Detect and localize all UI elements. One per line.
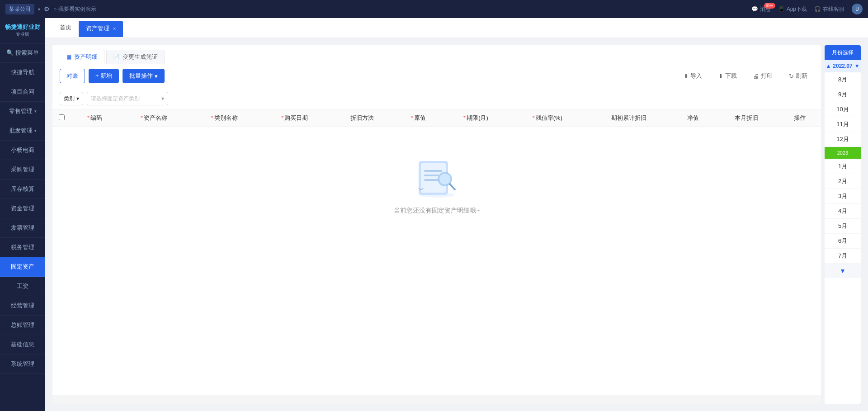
month-item-5[interactable]: 5月 bbox=[825, 219, 861, 234]
top-bar: 某某公司 ▾ ⚙ ○ 我要看实例演示 💬 消息 99+ 📱 App下载 🎧 在线… bbox=[0, 0, 868, 18]
month-nav-down-btn[interactable]: ▼ bbox=[838, 266, 847, 275]
online-service-button[interactable]: 🎧 在线客服 bbox=[814, 5, 844, 13]
sub-tab-change-voucher[interactable]: 📄 变更生成凭证 bbox=[106, 50, 165, 64]
add-label: + 新增 bbox=[95, 72, 112, 80]
settings-icon[interactable]: ⚙ bbox=[44, 5, 50, 13]
filter-label-arrow: ▾ bbox=[76, 95, 79, 102]
sidebar-item-fixed-assets[interactable]: 固定资产 bbox=[0, 257, 45, 277]
month-item-1[interactable]: 1月 bbox=[825, 159, 861, 174]
sidebar-item-label: 批发管理 bbox=[9, 127, 33, 135]
sidebar-item-tax[interactable]: 税务管理 bbox=[0, 238, 45, 257]
sub-tab-asset-detail[interactable]: ▦ 资产明细 bbox=[60, 50, 104, 64]
sidebar-item-wholesale[interactable]: 批发管理 ▾ bbox=[0, 121, 45, 141]
sidebar-item-label: 经营管理 bbox=[11, 302, 34, 310]
sidebar-item-project[interactable]: 项目合同 bbox=[0, 82, 45, 102]
refresh-icon: ↻ bbox=[789, 73, 794, 80]
sidebar-item-operations[interactable]: 经营管理 bbox=[0, 296, 45, 316]
sidebar-item-search[interactable]: 🔍 搜索菜单 bbox=[0, 43, 45, 63]
refresh-label: 刷新 bbox=[796, 72, 807, 80]
tab-home-label: 首页 bbox=[60, 24, 71, 32]
search-icon: 🔍 bbox=[6, 49, 14, 56]
month-item-9[interactable]: 9月 bbox=[825, 87, 861, 102]
svg-point-7 bbox=[439, 174, 450, 184]
batch-dropdown-icon: ▾ bbox=[155, 73, 158, 80]
sub-tab-bar: ▦ 资产明细 📄 变更生成凭证 bbox=[52, 45, 821, 64]
app-download-button[interactable]: 📱 App下载 bbox=[778, 5, 807, 13]
download-button[interactable]: ⬇ 下载 bbox=[712, 69, 743, 83]
top-bar-left: 某某公司 ▾ ⚙ ○ 我要看实例演示 bbox=[5, 4, 747, 14]
month-down-icon[interactable]: ▼ bbox=[854, 63, 860, 69]
sidebar-item-inventory[interactable]: 库存核算 bbox=[0, 180, 45, 199]
month-item-11[interactable]: 11月 bbox=[825, 117, 861, 132]
month-item-3[interactable]: 3月 bbox=[825, 189, 861, 204]
category-dropdown[interactable]: 请选择固定资产类别 ▾ bbox=[87, 92, 168, 105]
sidebar-item-general-ledger[interactable]: 总账管理 bbox=[0, 316, 45, 335]
col-name: *资产名称 bbox=[119, 109, 189, 127]
month-panel-header: 月份选择 bbox=[825, 45, 861, 60]
print-label: 打印 bbox=[761, 72, 773, 80]
sidebar-item-label: 小畅电商 bbox=[11, 146, 34, 154]
select-all-checkbox[interactable] bbox=[59, 114, 65, 120]
refresh-button[interactable]: ↻ 刷新 bbox=[783, 69, 814, 83]
col-monthly-depreciation: 本月折旧 bbox=[714, 109, 778, 127]
sidebar-item-ecommerce[interactable]: 小畅电商 bbox=[0, 141, 45, 160]
month-item-7[interactable]: 7月 bbox=[825, 249, 861, 264]
month-item-8[interactable]: 8月 bbox=[825, 72, 861, 87]
tab-bar: 首页 资产管理 × bbox=[45, 18, 868, 38]
category-filter-label[interactable]: 类别 ▾ bbox=[60, 92, 83, 105]
sidebar-item-label: 基础信息 bbox=[11, 340, 34, 349]
month-up-icon[interactable]: ▲ bbox=[826, 63, 831, 69]
filter-bar: 类别 ▾ 请选择固定资产类别 ▾ bbox=[52, 88, 821, 109]
sidebar-item-label: 总账管理 bbox=[11, 321, 34, 329]
sidebar-item-label: 工资 bbox=[17, 282, 28, 290]
sidebar-item-quick-nav[interactable]: 快捷导航 bbox=[0, 63, 45, 82]
company-dropdown-icon[interactable]: ▾ bbox=[38, 7, 40, 12]
page-content: ▦ 资产明细 📄 变更生成凭证 对账 + 新增 bbox=[45, 38, 868, 411]
tab-close-icon[interactable]: × bbox=[113, 26, 116, 31]
empty-illustration bbox=[410, 154, 464, 199]
svg-rect-4 bbox=[424, 175, 439, 176]
sidebar-item-retail[interactable]: 零售管理 ▾ bbox=[0, 102, 45, 121]
sidebar-item-basic-info[interactable]: 基础信息 bbox=[0, 335, 45, 354]
sidebar-item-salary[interactable]: 工资 bbox=[0, 277, 45, 296]
add-button[interactable]: + 新增 bbox=[89, 69, 119, 83]
sidebar-item-purchase[interactable]: 采购管理 bbox=[0, 160, 45, 180]
col-operation: 操作 bbox=[778, 109, 821, 127]
sidebar-item-label: 搜索菜单 bbox=[15, 49, 39, 57]
sidebar-item-label: 发票管理 bbox=[11, 224, 34, 232]
month-item-12[interactable]: 12月 bbox=[825, 132, 861, 147]
month-item-2[interactable]: 2月 bbox=[825, 174, 861, 189]
month-panel: 月份选择 ▲ 2022.07 ▼ 8月 9月 10月 11月 12月 2023 … bbox=[825, 45, 861, 404]
import-button[interactable]: ⬆ 导入 bbox=[677, 69, 708, 83]
sidebar-item-system[interactable]: 系统管理 bbox=[0, 354, 45, 374]
sidebar-item-label: 采购管理 bbox=[11, 165, 34, 174]
col-category: *类别名称 bbox=[189, 109, 259, 127]
reconcile-button[interactable]: 对账 bbox=[60, 69, 85, 83]
month-item-4[interactable]: 4月 bbox=[825, 204, 861, 219]
toolbar: 对账 + 新增 批量操作 ▾ ⬆ 导入 bbox=[52, 64, 821, 88]
svg-rect-3 bbox=[424, 170, 442, 172]
app-download-label: App下载 bbox=[787, 5, 807, 13]
sidebar-item-label: 项目合同 bbox=[11, 88, 34, 96]
sidebar-item-finance[interactable]: 资金管理 bbox=[0, 199, 45, 218]
sidebar-logo: 畅捷通好业财 专业版 bbox=[0, 18, 45, 43]
tab-home[interactable]: 首页 bbox=[52, 18, 79, 38]
tab-asset-management-label: 资产管理 bbox=[86, 24, 109, 33]
demo-link[interactable]: ○ 我要看实例演示 bbox=[53, 5, 96, 13]
print-button[interactable]: 🖨 打印 bbox=[747, 69, 779, 83]
message-icon: 💬 bbox=[751, 6, 758, 12]
col-residual-rate: *残值率(%) bbox=[509, 109, 585, 127]
month-item-10[interactable]: 10月 bbox=[825, 102, 861, 117]
batch-button[interactable]: 批量操作 ▾ bbox=[123, 69, 165, 83]
company-selector[interactable]: 某某公司 bbox=[9, 6, 31, 12]
current-year-month: 2022.07 bbox=[833, 63, 852, 69]
sidebar-item-label: 固定资产 bbox=[11, 263, 34, 271]
message-button[interactable]: 💬 消息 99+ bbox=[751, 5, 771, 13]
month-item-6[interactable]: 6月 bbox=[825, 234, 861, 249]
message-badge: 99+ bbox=[764, 3, 775, 9]
tab-asset-management[interactable]: 资产管理 × bbox=[79, 21, 123, 37]
user-menu[interactable]: U bbox=[852, 4, 863, 14]
sidebar-item-invoice[interactable]: 发票管理 bbox=[0, 218, 45, 238]
sidebar-item-label: 零售管理 bbox=[9, 107, 33, 115]
year-badge-2023[interactable]: 2023 bbox=[825, 147, 861, 159]
